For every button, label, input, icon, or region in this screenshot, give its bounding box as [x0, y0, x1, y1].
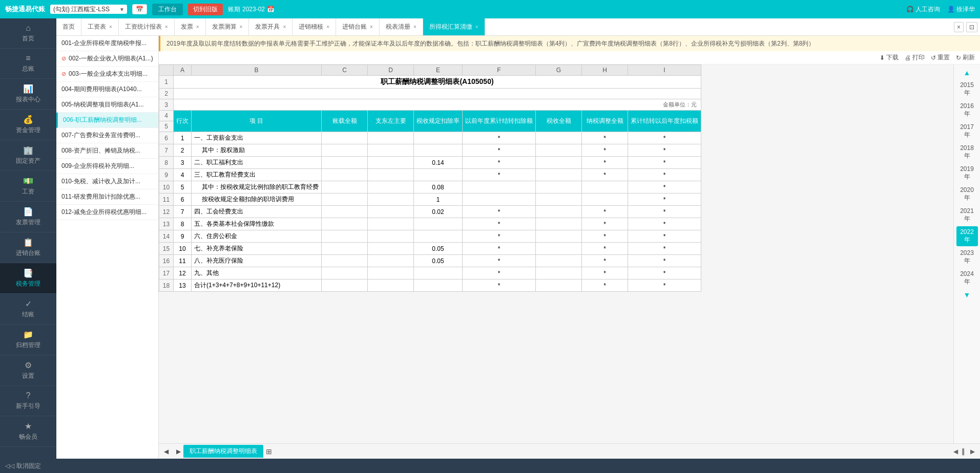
tab-close-sales[interactable]: ×	[370, 24, 373, 30]
year-btn-2017[interactable]: 2017年	[956, 121, 978, 141]
restore-tabs-button[interactable]: ⊡	[966, 22, 977, 32]
spreadsheet-scroll[interactable]: A B C D E F G H I	[159, 64, 953, 443]
unit-row: 3 金额单位：元	[159, 99, 701, 111]
content-area: 首页 工资表 × 工资统计报表 × 发票 × 发票测算 ×	[56, 18, 980, 459]
sidebar-label-invoice: 发票管理	[16, 218, 40, 227]
sidebar-item-fund[interactable]: 💰 资金管理	[0, 110, 56, 140]
tab-close-tax-annual[interactable]: ×	[475, 24, 478, 30]
left-item-1[interactable]: ⊘ 002-一般企业收入明细表(A1...)	[56, 51, 158, 67]
top-bar-right: 🎧 人工咨询 👤 徐泽华	[906, 5, 975, 14]
left-item-6[interactable]: 007-广告费和业务宣传费明...	[56, 128, 158, 143]
left-item-0[interactable]: 001-企业所得税年度纳税申报...	[56, 36, 158, 51]
tab-close-tax-table[interactable]: ×	[413, 24, 416, 30]
sidebar-item-close[interactable]: ✓ 结账	[0, 294, 56, 325]
sidebar-item-guide[interactable]: ? 新手引导	[0, 386, 56, 416]
sidebar-item-payroll[interactable]: 💵 工资	[0, 171, 56, 202]
table-row: 6 1 一、工资薪金支出 * *	[159, 132, 701, 144]
left-panel: 001-企业所得税年度纳税申报... ⊘ 002-一般企业收入明细表(A1...…	[56, 36, 159, 459]
tab-close-invoice-issue[interactable]: ×	[283, 24, 286, 30]
row-1-num: 1	[159, 76, 174, 89]
scroll-indicator: ▌	[962, 448, 966, 455]
add-sheet-button[interactable]: ⊞	[266, 447, 272, 456]
scroll-right-btn[interactable]: ▶	[174, 447, 183, 456]
left-item-10[interactable]: 011-研发费用加计扣除优惠...	[56, 189, 158, 205]
table-row: 7 2 其中：股权激励 * *	[159, 144, 701, 157]
tab-close-payroll-report[interactable]: ×	[165, 24, 168, 30]
tab-sales[interactable]: 进销台账 ×	[336, 18, 380, 36]
company-select[interactable]: (勾划) 江西糯宝-LSS	[50, 5, 127, 14]
col-B: B	[192, 65, 322, 76]
calendar-icon-btn[interactable]: 📅	[132, 4, 147, 14]
scroll-left-icon[interactable]: ◀	[951, 447, 961, 456]
left-item-label-8: 009-企业所得税补充明细...	[61, 162, 134, 170]
year-nav-up[interactable]: ▲	[962, 67, 972, 78]
scroll-left-btn[interactable]: ◀	[161, 447, 171, 456]
tab-tax-annual[interactable]: 所得税汇算清缴 ×	[423, 18, 485, 36]
year-btn-2021[interactable]: 2021年	[956, 205, 978, 225]
work-bench-button[interactable]: 工作台	[152, 4, 183, 15]
tab-payroll-report[interactable]: 工资统计报表 ×	[119, 18, 175, 36]
left-item-7[interactable]: 008-资产折旧、摊销及纳税...	[56, 143, 158, 159]
print-icon: 🖨	[905, 54, 911, 61]
sidebar-label-archive: 归档管理	[16, 341, 40, 350]
right-panel: 2019年度及取以前年度结转数据的申报表单元格需要手工维护正确，才能保证本年及以…	[159, 36, 980, 459]
sidebar-item-tax[interactable]: 📑 税务管理	[0, 263, 56, 294]
tab-invoice-calc[interactable]: 发票测算 ×	[206, 18, 249, 36]
print-button[interactable]: 🖨 打印	[905, 53, 925, 62]
tab-tax-table[interactable]: 税表清册 ×	[380, 18, 423, 36]
tab-close-check[interactable]: ×	[326, 24, 329, 30]
col-6-header: 纳税调整全额	[582, 111, 628, 132]
period-value: 2023-02	[242, 6, 265, 13]
sidebar-item-member[interactable]: ★ 畅会员	[0, 416, 56, 447]
sidebar-item-assets[interactable]: 🏢 固定资产	[0, 140, 56, 171]
sidebar-item-invoice[interactable]: 📄 发票管理	[0, 202, 56, 232]
left-item-label-3: 004-期间费用明细表(A1040...	[61, 85, 142, 94]
reset-button[interactable]: ↺ 重置	[931, 53, 950, 62]
year-btn-2019[interactable]: 2019年	[956, 163, 978, 183]
left-item-8[interactable]: 009-企业所得税补充明细...	[56, 159, 158, 174]
cancel-fix-button[interactable]: ◁◁ 取消固定	[5, 462, 41, 470]
tab-close-invoice-calc[interactable]: ×	[240, 24, 243, 30]
tab-check[interactable]: 进销稽核 ×	[293, 18, 336, 36]
year-btn-2020[interactable]: 2020年	[956, 184, 978, 204]
company-selector[interactable]: (勾划) 江西糯宝-LSS	[50, 5, 127, 14]
left-item-label-10: 011-研发费用加计扣除优惠...	[61, 192, 140, 201]
year-btn-2024[interactable]: 2024年	[956, 268, 978, 288]
year-btn-2016[interactable]: 2016年	[956, 100, 978, 120]
left-item-11[interactable]: 012-减免企业所得税优惠明细...	[56, 205, 158, 220]
ledger-icon: ≡	[26, 54, 30, 63]
tab-invoice[interactable]: 发票 ×	[175, 18, 206, 36]
scroll-right-icon[interactable]: ▶	[968, 447, 977, 456]
tab-close-invoice[interactable]: ×	[196, 24, 199, 30]
tab-close-payroll[interactable]: ×	[109, 24, 112, 30]
left-item-label-1: 002-一般企业收入明细表(A1...)	[69, 54, 153, 63]
sheet-tab-payroll[interactable]: 职工薪酬纳税调整明细表	[183, 445, 263, 458]
sidebar-item-home[interactable]: ⌂ 首页	[0, 18, 56, 49]
left-item-5[interactable]: 006-职工薪酬纳税调整明细...	[56, 113, 158, 128]
year-nav-down[interactable]: ▼	[962, 289, 972, 300]
close-all-tabs-button[interactable]: ×	[954, 22, 964, 32]
left-item-9[interactable]: 010-免税、减计收入及加计...	[56, 174, 158, 189]
left-item-2[interactable]: ⊘ 003-一般企业成本支出明细...	[56, 67, 158, 82]
tab-invoice-issue[interactable]: 发票开具 ×	[249, 18, 293, 36]
old-version-button[interactable]: 切到旧版	[188, 4, 223, 15]
tab-payroll[interactable]: 工资表 ×	[81, 18, 119, 36]
sidebar-item-report[interactable]: 📊 报表中心	[0, 79, 56, 110]
year-btn-2023[interactable]: 2023年	[956, 247, 978, 267]
left-item-4[interactable]: 005-纳税调整项目明细表(A1...	[56, 97, 158, 113]
left-item-3[interactable]: 004-期间费用明细表(A1040...	[56, 82, 158, 97]
year-btn-2015[interactable]: 2015年	[956, 79, 978, 99]
year-btn-2022[interactable]: 2022年	[956, 226, 978, 246]
download-button[interactable]: ⬇ 下载	[880, 53, 899, 62]
year-btn-2018[interactable]: 2018年	[956, 142, 978, 162]
support-button[interactable]: 🎧 人工咨询	[906, 5, 940, 14]
col-G: G	[536, 65, 582, 76]
refresh-button[interactable]: ↻ 刷新	[956, 53, 975, 62]
sidebar-item-ledger[interactable]: ≡ 总账	[0, 49, 56, 79]
sidebar-item-sales-ledger[interactable]: 📋 进销台账	[0, 232, 56, 263]
tab-home[interactable]: 首页	[56, 18, 81, 36]
sidebar-item-archive[interactable]: 📁 归档管理	[0, 325, 56, 355]
sidebar-item-settings[interactable]: ⚙ 设置	[0, 355, 56, 386]
toolbar: ⬇ 下载 🖨 打印 ↺ 重置 ↻ 刷新	[159, 51, 980, 64]
user-menu[interactable]: 👤 徐泽华	[947, 5, 975, 14]
